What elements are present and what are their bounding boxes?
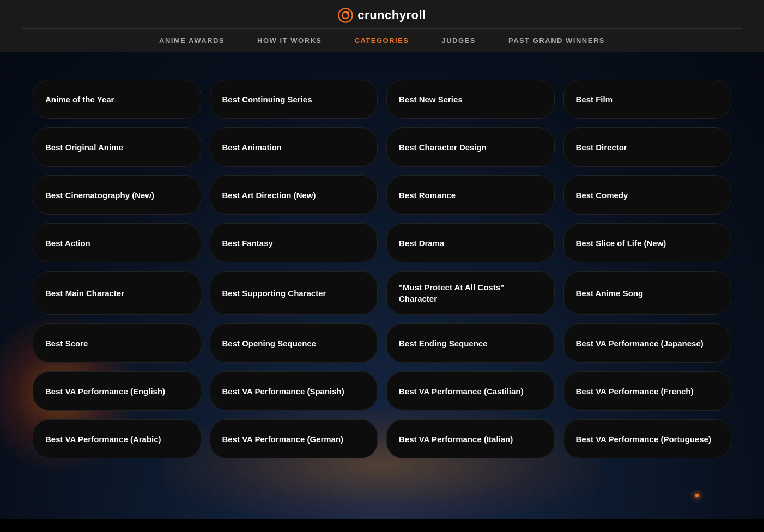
category-btn-best-character-design[interactable]: Best Character Design [386, 127, 555, 167]
category-btn-best-original-anime[interactable]: Best Original Anime [33, 127, 201, 167]
category-btn-anime-of-the-year[interactable]: Anime of the Year [33, 80, 201, 119]
nav-links: ANIME AWARDS HOW IT WORKS CATEGORIES JUD… [22, 28, 742, 52]
category-btn-best-fantasy[interactable]: Best Fantasy [210, 223, 378, 262]
logo-text: crunchyroll [357, 8, 426, 22]
category-btn-best-cinematography[interactable]: Best Cinematography (New) [33, 175, 201, 215]
category-btn-best-supporting-character[interactable]: Best Supporting Character [210, 271, 378, 315]
nav-categories[interactable]: CATEGORIES [355, 36, 409, 45]
category-btn-best-art-direction[interactable]: Best Art Direction (New) [210, 175, 378, 215]
category-btn-must-protect-character[interactable]: "Must Protect At All Costs" Character [386, 271, 555, 315]
category-btn-best-va-french[interactable]: Best VA Performance (French) [563, 371, 732, 411]
category-btn-best-va-german[interactable]: Best VA Performance (German) [210, 419, 378, 458]
nav-past-grand-winners[interactable]: PAST GRAND WINNERS [508, 36, 605, 45]
category-btn-best-continuing-series[interactable]: Best Continuing Series [210, 80, 378, 119]
category-btn-best-drama[interactable]: Best Drama [386, 223, 555, 262]
category-btn-best-slice-of-life[interactable]: Best Slice of Life (New) [563, 223, 732, 262]
sparkle-decoration [695, 494, 699, 497]
category-btn-best-va-japanese[interactable]: Best VA Performance (Japanese) [563, 323, 732, 363]
categories-grid: Anime of the YearBest Continuing SeriesB… [33, 80, 731, 458]
category-btn-best-film[interactable]: Best Film [563, 80, 732, 119]
nav-how-it-works[interactable]: HOW IT WORKS [257, 36, 322, 45]
category-btn-best-ending-sequence[interactable]: Best Ending Sequence [386, 323, 555, 363]
category-btn-best-va-portuguese[interactable]: Best VA Performance (Portuguese) [563, 419, 732, 458]
category-btn-best-director[interactable]: Best Director [563, 127, 732, 167]
category-btn-best-romance[interactable]: Best Romance [386, 175, 555, 215]
main-content: Anime of the YearBest Continuing SeriesB… [0, 52, 764, 519]
svg-point-2 [347, 11, 350, 15]
nav-anime-awards[interactable]: ANIME AWARDS [159, 36, 225, 45]
logo-bar: crunchyroll [338, 0, 426, 28]
category-btn-best-main-character[interactable]: Best Main Character [33, 271, 201, 315]
svg-point-0 [339, 8, 353, 22]
category-btn-best-va-castilian[interactable]: Best VA Performance (Castilian) [386, 371, 555, 411]
category-btn-best-anime-song[interactable]: Best Anime Song [563, 271, 732, 315]
category-btn-best-comedy[interactable]: Best Comedy [563, 175, 732, 215]
category-btn-best-new-series[interactable]: Best New Series [386, 80, 555, 119]
category-btn-best-va-spanish[interactable]: Best VA Performance (Spanish) [210, 371, 378, 411]
navbar: crunchyroll ANIME AWARDS HOW IT WORKS CA… [0, 0, 764, 52]
category-btn-best-va-italian[interactable]: Best VA Performance (Italian) [386, 419, 555, 458]
category-btn-best-animation[interactable]: Best Animation [210, 127, 378, 167]
category-btn-best-va-english[interactable]: Best VA Performance (English) [33, 371, 201, 411]
nav-judges[interactable]: JUDGES [442, 36, 476, 45]
category-btn-best-action[interactable]: Best Action [33, 223, 201, 262]
category-btn-best-opening-sequence[interactable]: Best Opening Sequence [210, 323, 378, 363]
crunchyroll-logo-icon [338, 8, 353, 23]
category-btn-best-va-arabic[interactable]: Best VA Performance (Arabic) [33, 419, 201, 458]
category-btn-best-score[interactable]: Best Score [33, 323, 201, 363]
